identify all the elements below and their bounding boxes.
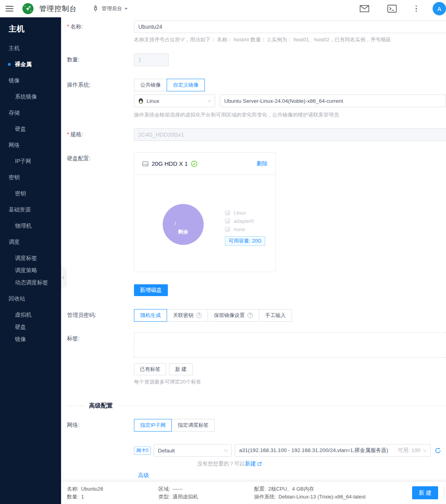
active-dot bbox=[8, 63, 11, 66]
disk-option-row: adapter0 bbox=[225, 217, 265, 225]
os-tab-custom-image[interactable]: 自定义镜像 bbox=[167, 79, 205, 91]
nic0-badge: 网卡0 bbox=[134, 447, 151, 455]
spec-input[interactable] bbox=[134, 128, 446, 141]
sidebar-item-dynamic-sched-tag[interactable]: 动态调度标签 bbox=[0, 276, 61, 288]
bottom-bar-divider bbox=[444, 486, 444, 499]
new-tag-button[interactable]: 新 建 bbox=[169, 363, 193, 375]
checkbox-label: none bbox=[234, 226, 245, 232]
disk-card-title: 20G HDD X 1 bbox=[152, 160, 188, 167]
terminal-icon[interactable] bbox=[387, 5, 397, 13]
main-content: *名称: 名称支持序号占位符'#'，用法如下： 名称： host## 数量： 2… bbox=[61, 17, 446, 504]
sidebar-group-storage[interactable]: 存储 bbox=[0, 107, 61, 119]
name-input[interactable] bbox=[134, 20, 446, 33]
sidebar-collapse-handle[interactable] bbox=[61, 265, 66, 290]
sidebar-item-system-image[interactable]: 系统镜像 bbox=[0, 91, 61, 102]
sidebar-group-scheduling[interactable]: 调度 bbox=[0, 236, 61, 248]
password-option-keypair[interactable]: 关联密钥? bbox=[167, 309, 208, 322]
tags-drop-area[interactable] bbox=[134, 332, 446, 358]
chevron-down-icon bbox=[423, 448, 427, 452]
sidebar-item-host[interactable]: 主机 bbox=[0, 42, 61, 54]
existing-tags-button[interactable]: 已有标签 bbox=[134, 363, 166, 375]
advanced-section-title: 高级配置 bbox=[84, 402, 117, 410]
kebab-menu-icon[interactable] bbox=[416, 6, 417, 12]
sidebar-heading: 主机 bbox=[0, 24, 61, 34]
network-label: 网络: bbox=[67, 419, 134, 479]
sidebar-group-recycle-bin[interactable]: 回收站 bbox=[0, 293, 61, 304]
chevron-down-icon bbox=[208, 98, 212, 102]
os-platform-select[interactable]: Linux bbox=[134, 94, 215, 107]
summary-region-value: ------ bbox=[173, 486, 183, 492]
os-tab-public-image[interactable]: 公共镜像 bbox=[134, 79, 167, 91]
summary-config-value: 2核CPU、4 GB内存 bbox=[268, 486, 314, 492]
password-option-manual[interactable]: 手工输入 bbox=[259, 309, 292, 322]
add-disk-button[interactable]: 新增磁盘 bbox=[134, 284, 168, 296]
hamburger-icon[interactable] bbox=[6, 6, 13, 11]
disk-card: 20G HDD X 1 删除 bbox=[134, 152, 276, 272]
quantity-label: 数量: bbox=[67, 54, 134, 66]
summary-os-label: 操作系统: bbox=[254, 494, 276, 500]
rocket-icon bbox=[93, 5, 98, 12]
sidebar-item-physical-machine[interactable]: 物理机 bbox=[0, 220, 61, 232]
sidebar-item-disk[interactable]: 硬盘 bbox=[0, 123, 61, 135]
app-logo-rocket-icon[interactable] bbox=[22, 3, 34, 15]
password-option-random[interactable]: 随机生成 bbox=[134, 309, 167, 322]
question-circle-icon: ? bbox=[196, 313, 202, 318]
sidebar-item-sched-tag[interactable]: 调度标签 bbox=[0, 252, 61, 264]
advanced-section-divider: 高级配置 bbox=[67, 402, 446, 410]
summary-count-label: 数量: bbox=[67, 494, 79, 500]
sidebar-group-base-resource[interactable]: 基础资源 bbox=[0, 204, 61, 215]
create-form: *名称: 名称支持序号占位符'#'，用法如下： 名称： host## 数量： 2… bbox=[61, 17, 446, 481]
checkbox-checked-icon[interactable] bbox=[225, 210, 230, 215]
sidebar-item-ip-subnet[interactable]: IP子网 bbox=[0, 155, 61, 167]
advanced-toggle-link[interactable]: 高级 bbox=[138, 472, 149, 479]
subnet-value: a31(192.168.31.100 - 192.168.31.200/24,v… bbox=[239, 447, 394, 454]
admin-password-label: 管理员密码: bbox=[67, 309, 134, 322]
sidebar: 主机 主机 裸金属 镜像 系统镜像 存储 硬盘 网络 IP子网 密钥 密钥 基础… bbox=[0, 17, 61, 504]
sidebar-item-recycle-disk[interactable]: 硬盘 bbox=[0, 321, 61, 333]
vpc-select[interactable]: Default bbox=[154, 444, 232, 457]
password-option-keep-image[interactable]: 保留镜像设置? bbox=[208, 309, 259, 322]
summary-config-label: 配置: bbox=[254, 486, 266, 492]
sidebar-item-recycle-vm[interactable]: 虚拟机 bbox=[0, 309, 61, 321]
disk-delete-link[interactable]: 删除 bbox=[256, 160, 268, 167]
sidebar-item-baremetal[interactable]: 裸金属 bbox=[0, 58, 61, 70]
disk-config-label: 硬盘配置: bbox=[67, 152, 134, 296]
sidebar-item-keypair[interactable]: 密钥 bbox=[0, 187, 61, 199]
sidebar-item-recycle-image[interactable]: 镜像 bbox=[0, 333, 61, 345]
summary-os-value: Debian-Linux-13 (Trixie)-x86_64-latest bbox=[279, 494, 366, 500]
checkbox-label: adapter0 bbox=[234, 218, 254, 224]
refresh-icon[interactable] bbox=[435, 447, 441, 454]
summary-count-value: 1 bbox=[81, 494, 84, 500]
os-image-select[interactable]: Ubuntu Server-Linux-24.04(Noble)-x86_64-… bbox=[220, 94, 446, 107]
create-subnet-link[interactable]: 新建 bbox=[245, 460, 256, 467]
required-mark: * bbox=[67, 23, 69, 30]
sidebar-group-image[interactable]: 镜像 bbox=[0, 74, 61, 86]
checkbox-checked-icon[interactable] bbox=[225, 219, 230, 224]
quantity-input[interactable] bbox=[134, 54, 169, 66]
disk-option-row: none bbox=[225, 225, 265, 233]
vpc-value: Default bbox=[158, 448, 225, 454]
pie-mount-label: / bbox=[175, 220, 176, 226]
workspace-label: 管理后台 bbox=[102, 5, 122, 12]
sidebar-group-keypair[interactable]: 密钥 bbox=[0, 171, 61, 183]
sidebar-group-network[interactable]: 网络 bbox=[0, 139, 61, 151]
sidebar-item-sched-policy[interactable]: 调度策略 bbox=[0, 264, 61, 276]
summary-type-label: 类型: bbox=[158, 494, 170, 500]
checkbox-checked-icon[interactable] bbox=[225, 227, 230, 232]
check-circle-icon bbox=[191, 161, 197, 167]
top-bar: 管理控制台 管理后台 bbox=[0, 0, 446, 17]
chevron-down-icon bbox=[224, 448, 228, 452]
mail-icon[interactable] bbox=[360, 5, 369, 12]
create-button[interactable]: 新 建 bbox=[412, 486, 438, 499]
network-tab-sched-tag[interactable]: 指定调度标签 bbox=[171, 419, 215, 432]
network-tab-ip-subnet[interactable]: 指定IP子网 bbox=[134, 419, 172, 432]
available-capacity-badge: 可用容量: 20G bbox=[225, 236, 265, 246]
workspace-switcher[interactable]: 管理后台 bbox=[93, 5, 128, 12]
name-hint: 名称支持序号占位符'#'，用法如下： 名称： host## 数量： 2,实例为：… bbox=[134, 36, 446, 43]
subnet-select[interactable]: a31(192.168.31.100 - 192.168.31.200/24,v… bbox=[235, 444, 431, 457]
collapse-chevron-icon bbox=[62, 276, 65, 279]
os-platform-value: Linux bbox=[147, 98, 208, 104]
avatar[interactable]: A bbox=[433, 2, 446, 15]
subnet-available-count: 可用: 100 bbox=[398, 447, 420, 454]
tags-hint: 每个资源最多可绑定20个标签 bbox=[134, 378, 446, 385]
